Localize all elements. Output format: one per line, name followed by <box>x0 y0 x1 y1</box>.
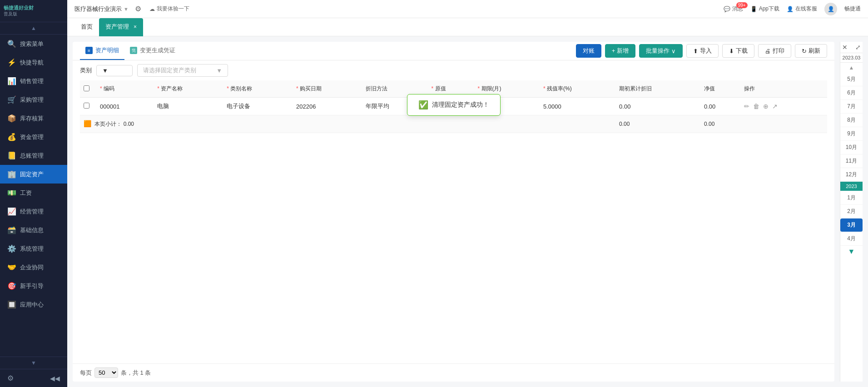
sidebar-item-label: 总账管理 <box>20 152 44 160</box>
sidebar-item-system[interactable]: ⚙️ 系统管理 <box>0 239 67 258</box>
sidebar-item-purchase[interactable]: 🛒 采购管理 <box>0 90 67 109</box>
tab-close-icon[interactable]: × <box>134 24 137 30</box>
settings-footer-icon[interactable]: ⚙ <box>7 374 14 382</box>
app-label: App下载 <box>759 5 779 13</box>
tab-home[interactable]: 首页 <box>74 18 99 36</box>
sidebar-item-base[interactable]: 🗃️ 基础信息 <box>0 221 67 239</box>
sidebar-item-appstore[interactable]: 🔲 应用中心 <box>0 295 67 314</box>
sidebar-item-guide[interactable]: 🎯 新手引导 <box>0 277 67 295</box>
edit-icon[interactable]: ✏ <box>744 103 749 110</box>
message-action[interactable]: 💬 消息 99+ <box>724 5 743 13</box>
user-avatar[interactable]: 👤 <box>824 3 837 15</box>
calendar-month-8[interactable]: 8月 <box>840 114 863 127</box>
sub-tab-detail-label: 资产明细 <box>95 46 119 55</box>
sidebar-header: 畅捷通好业财 普及版 <box>0 0 67 22</box>
pagination: 每页 50 10 20 100 条，共 1 条 <box>73 363 834 382</box>
calendar-month-11[interactable]: 11月 <box>840 154 863 168</box>
more-icon[interactable]: ↗ <box>772 103 778 110</box>
reconcile-button[interactable]: 对账 <box>576 44 601 58</box>
sidebar-collapse-button[interactable]: ◀◀ <box>50 375 60 382</box>
copy-icon[interactable]: ⊕ <box>763 103 769 110</box>
batch-arrow: ∨ <box>671 48 676 55</box>
sidebar-item-inventory[interactable]: 📦 库存核算 <box>0 109 67 128</box>
refresh-icon: ↻ <box>802 48 807 55</box>
tab-asset-label: 资产管理 <box>105 23 129 31</box>
th-initial-accum: 期初累计折旧 <box>615 80 700 98</box>
company-selector[interactable]: 医疗器械行业演示 ▼ <box>74 5 129 13</box>
page-content: ≡ 资产明细 凭 变更生成凭证 对账 + 新增 <box>67 36 868 387</box>
calendar-month-10[interactable]: 10月 <box>840 141 863 154</box>
sub-tab-voucher[interactable]: 凭 变更生成凭证 <box>124 42 181 60</box>
sidebar-item-collab[interactable]: 🤝 企业协同 <box>0 258 67 277</box>
sidebar-item-fixed-assets[interactable]: 🏢 固定资产 <box>0 165 67 184</box>
sidebar-item-finance[interactable]: 💰 资金管理 <box>0 128 67 146</box>
sidebar-scroll-up[interactable]: ▲ <box>31 24 36 32</box>
download-button[interactable]: ⬇ 下载 <box>722 44 754 58</box>
collab-icon: 🤝 <box>7 263 16 272</box>
th-residual-rate: * 残值率(%) <box>540 80 615 98</box>
company-name: 医疗器械行业演示 <box>74 5 122 13</box>
calendar-month-3-active[interactable]: 3月 <box>840 218 863 232</box>
service-action[interactable]: 👤 在线客服 <box>787 5 817 13</box>
row-checkbox[interactable] <box>84 103 89 109</box>
row-category: 电子设备 <box>223 98 293 115</box>
calendar-nav-down[interactable]: ▼ <box>840 246 863 258</box>
sidebar-item-payroll[interactable]: 💵 工资 <box>0 184 67 202</box>
experience-button[interactable]: ☁ 我要体验一下 <box>149 5 189 13</box>
filter-category-select[interactable]: 请选择固定资产类别 ▼ <box>137 64 228 77</box>
select-all-checkbox[interactable] <box>84 85 89 91</box>
calendar-month-7[interactable]: 7月 <box>840 100 863 114</box>
app-edition: 普及版 <box>4 11 34 17</box>
filter-category-select-type[interactable]: ▼ <box>96 65 133 76</box>
sidebar-item-label: 采购管理 <box>20 96 44 104</box>
service-label: 在线客服 <box>795 5 817 13</box>
sidebar-item-ledger[interactable]: 📒 总账管理 <box>0 146 67 165</box>
subtotal-row: 🟧 本页小计： 0.00 0.00 0.00 <box>80 115 827 133</box>
calendar-month-1[interactable]: 1月 <box>840 191 863 205</box>
sidebar-item-quicknav[interactable]: ⚡ 快捷导航 <box>0 53 67 72</box>
company-dropdown-arrow: ▼ <box>124 6 129 12</box>
success-toast: ✅ 清理固定资产成功！ <box>407 94 501 116</box>
sidebar-item-label: 基础信息 <box>20 226 44 234</box>
th-buy-date: * 购买日期 <box>293 80 362 98</box>
app-download-action[interactable]: 📱 App下载 <box>750 5 779 13</box>
row-checkbox-cell <box>80 98 96 115</box>
sidebar-item-sales[interactable]: 📊 销售管理 <box>0 72 67 90</box>
tab-asset[interactable]: 资产管理 × <box>99 18 143 36</box>
username-label[interactable]: 畅捷通 <box>844 5 861 13</box>
calendar-month-6[interactable]: 6月 <box>840 86 863 100</box>
sidebar-item-label: 新手引导 <box>20 282 44 290</box>
calendar-panel: ✕ ⤢ 2023.03 ▲ 5月 6月 7月 8月 9月 10月 11月 12月… <box>840 42 863 382</box>
calendar-month-2[interactable]: 2月 <box>840 205 863 218</box>
calendar-month-5[interactable]: 5月 <box>840 73 863 86</box>
calendar-month-4[interactable]: 4月 <box>840 232 863 246</box>
download-label: 下载 <box>736 47 748 55</box>
sidebar-scroll-down[interactable]: ▼ <box>31 359 36 367</box>
sidebar-item-label: 销售管理 <box>20 77 44 85</box>
panel-close-icon[interactable]: ✕ <box>842 44 848 51</box>
refresh-button[interactable]: ↻ 刷新 <box>795 44 827 58</box>
sidebar-item-label: 库存核算 <box>20 114 44 123</box>
delete-icon[interactable]: 🗑 <box>753 103 759 110</box>
topbar-settings-icon[interactable]: ⚙ <box>135 5 141 13</box>
per-page-select[interactable]: 50 10 20 100 <box>94 367 118 378</box>
finance-icon: 💰 <box>7 133 16 141</box>
sidebar-item-label: 固定资产 <box>20 170 44 179</box>
content-area: 首页 资产管理 × ≡ 资产明细 凭 变更生成凭证 <box>67 18 868 387</box>
app-logo: 畅捷通好业财 <box>4 5 34 11</box>
panel-expand-icon[interactable]: ⤢ <box>855 44 861 51</box>
sidebar-item-search[interactable]: 🔍 搜索菜单 <box>0 35 67 53</box>
calendar-month-9[interactable]: 9月 <box>840 127 863 141</box>
export-icon: ⬆ <box>693 48 698 55</box>
sub-tab-detail[interactable]: ≡ 资产明细 <box>80 42 124 60</box>
row-action-icons: ✏ 🗑 ⊕ ↗ <box>744 103 823 110</box>
export-button[interactable]: ⬆ 导入 <box>686 44 719 58</box>
calendar-nav-up[interactable]: ▲ <box>840 63 863 73</box>
search-icon: 🔍 <box>7 40 16 48</box>
calendar-month-12[interactable]: 12月 <box>840 168 863 182</box>
print-button[interactable]: 🖨 打印 <box>758 44 791 58</box>
sidebar-item-ops[interactable]: 📈 经营管理 <box>0 202 67 221</box>
new-button[interactable]: + 新增 <box>605 44 635 58</box>
batch-button[interactable]: 批量操作 ∨ <box>639 44 683 58</box>
quicknav-icon: ⚡ <box>7 58 16 67</box>
